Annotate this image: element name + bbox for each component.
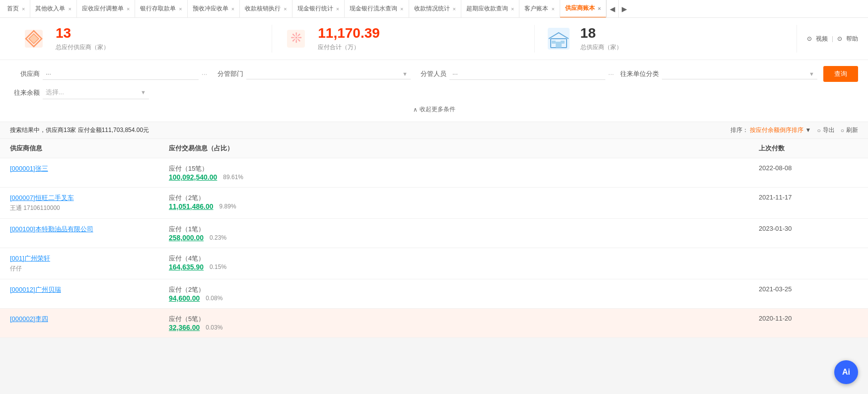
trans-label-6: 应付（5笔） bbox=[169, 315, 205, 324]
supplier-link-2[interactable]: [000007]恒旺二手叉车 bbox=[10, 194, 169, 202]
snowflake-icon: ❊ bbox=[282, 25, 310, 53]
table-row[interactable]: [000007]恒旺二手叉车 王通 17106110000 应付（2笔） 11,… bbox=[0, 188, 868, 219]
nav-tab-collection-stat-close[interactable]: × bbox=[453, 6, 456, 12]
nav-tab-overdue-ar[interactable]: 超期应收款查询 × bbox=[461, 0, 519, 18]
trans-label-5: 应付（2笔） bbox=[169, 285, 205, 294]
transaction-col-4: 应付（4笔） 164,635.90 0.15% bbox=[169, 254, 759, 271]
nav-tab-other-income[interactable]: 其他收入单 × bbox=[30, 0, 76, 18]
supplier-col-3: [000100]本特勤油品有限公司 bbox=[10, 225, 169, 234]
supplier-filter-dots[interactable]: ··· bbox=[202, 70, 208, 78]
nav-tab-customer-ledger[interactable]: 客户账本 × bbox=[519, 0, 560, 18]
trans-pct-4: 0.15% bbox=[210, 263, 226, 270]
search-button[interactable]: 查询 bbox=[823, 66, 858, 82]
nav-tab-customer-ledger-close[interactable]: × bbox=[551, 6, 554, 12]
supplier-link-1[interactable]: [000001]张三 bbox=[10, 164, 169, 173]
trans-amount-line-2: 11,051,486.00 9.89% bbox=[169, 202, 759, 210]
result-info-text: 搜索结果中，供应商13家 应付金额111,703,854.00元 bbox=[10, 127, 149, 133]
nav-tab-bank-deposit-close[interactable]: × bbox=[179, 6, 182, 12]
nav-tab-cash-bank-stat-close[interactable]: × bbox=[336, 6, 339, 12]
collapse-button[interactable]: ∧ 收起更多条件 bbox=[407, 103, 461, 116]
lastpay-date-1: 2022-08-08 bbox=[759, 164, 792, 172]
nav-tab-prepay-ar[interactable]: 预收冲应收单 × bbox=[188, 0, 240, 18]
nav-tab-cash-bank-flow-close[interactable]: × bbox=[400, 6, 403, 12]
category-filter-select[interactable]: ▼ bbox=[662, 69, 818, 79]
table-row[interactable]: [001]广州荣轩 仔仔 应付（4笔） 164,635.90 0.15% bbox=[0, 248, 868, 279]
nav-tab-collection-verify[interactable]: 收款核销执行 × bbox=[240, 0, 292, 18]
nav-tab-collection-stat[interactable]: 收款情况统计 × bbox=[409, 0, 461, 18]
trans-amount-2[interactable]: 11,051,486.00 bbox=[169, 202, 214, 210]
filter-area: 供应商 ··· 分管部门 ▼ 分管人员 ··· 往来单位分类 ▼ 查询 bbox=[0, 60, 868, 122]
lastpay-date-6: 2020-11-20 bbox=[759, 315, 792, 322]
table-row[interactable]: [000002]李四 应付（5笔） 32,366.00 0.03% 2020-1… bbox=[0, 309, 868, 338]
nav-tab-overdue-ar-close[interactable]: × bbox=[511, 6, 514, 12]
nav-prev-arrow[interactable]: ◀ bbox=[606, 0, 618, 18]
supplier-col-6: [000002]李四 bbox=[10, 315, 169, 324]
nav-tab-home[interactable]: 首页 × bbox=[2, 0, 30, 18]
nav-next-arrow[interactable]: ▶ bbox=[618, 0, 630, 18]
dept-filter-select[interactable]: ▼ bbox=[246, 69, 411, 79]
nav-tab-ar-ap-adjust[interactable]: 应收应付调整单 × bbox=[77, 0, 135, 18]
trans-pct-2: 9.89% bbox=[219, 203, 236, 210]
supplier-sub-4: 仔仔 bbox=[10, 264, 169, 273]
nav-tab-bank-deposit-label: 银行存取款单 bbox=[140, 4, 176, 13]
trans-label-4: 应付（4笔） bbox=[169, 254, 205, 263]
svg-rect-9 bbox=[561, 41, 565, 44]
nav-tab-cash-bank-flow[interactable]: 现金银行流水查询 × bbox=[345, 0, 409, 18]
nav-tab-supplier-ledger-close[interactable]: × bbox=[598, 5, 601, 11]
supplier-link-4[interactable]: [001]广州荣轩 bbox=[10, 254, 169, 263]
export-button[interactable]: ○ 导出 bbox=[817, 126, 835, 134]
summary-payable-amount: ❊ 11,170.39 应付合计（万） bbox=[272, 25, 534, 53]
trans-amount-6[interactable]: 32,366.00 bbox=[169, 324, 200, 331]
summary-payable-amount-text: 11,170.39 应付合计（万） bbox=[318, 26, 380, 52]
balance-select-arrow: ▼ bbox=[141, 89, 146, 95]
trans-line-4: 应付（4笔） bbox=[169, 254, 759, 263]
nav-tab-ar-ap-adjust-close[interactable]: × bbox=[127, 6, 130, 12]
payable-amount-number: 11,170.39 bbox=[318, 26, 380, 41]
nav-tab-customer-ledger-label: 客户账本 bbox=[524, 4, 548, 13]
sort-arrow[interactable]: ▼ bbox=[805, 127, 811, 133]
circle-icon-2: ⊙ bbox=[837, 35, 842, 42]
trans-amount-1[interactable]: 100,092,540.00 bbox=[169, 173, 217, 181]
supplier-link-3[interactable]: [000100]本特勤油品有限公司 bbox=[10, 225, 169, 234]
balance-filter-select[interactable]: 选择... ▼ bbox=[43, 86, 149, 99]
payable-amount-label: 应付合计（万） bbox=[318, 43, 380, 52]
collapse-icon: ∧ bbox=[413, 106, 418, 113]
nav-tab-cash-bank-stat[interactable]: 现金银行统计 × bbox=[292, 0, 345, 18]
balance-select-text: 选择... bbox=[46, 88, 141, 97]
filter-row-2: 往来余额 选择... ▼ bbox=[10, 86, 858, 99]
filter-person: 分管人员 ··· bbox=[417, 68, 614, 80]
store-icon bbox=[545, 25, 573, 53]
sort-value[interactable]: 按应付余额倒序排序 bbox=[750, 127, 803, 133]
trans-amount-line-5: 94,600.00 0.08% bbox=[169, 294, 759, 302]
nav-tab-supplier-ledger[interactable]: 供应商账本 × bbox=[560, 0, 606, 18]
supplier-col-4: [001]广州荣轩 仔仔 bbox=[10, 254, 169, 273]
nav-tab-prepay-ar-close[interactable]: × bbox=[231, 6, 234, 12]
trans-pct-6: 0.03% bbox=[206, 324, 222, 331]
person-filter-input[interactable] bbox=[449, 68, 605, 80]
nav-tab-other-income-close[interactable]: × bbox=[68, 6, 71, 12]
help-link[interactable]: 帮助 bbox=[846, 35, 858, 43]
trans-amount-4[interactable]: 164,635.90 bbox=[169, 263, 204, 271]
refresh-button[interactable]: ○ 刷新 bbox=[841, 126, 858, 134]
transaction-col-6: 应付（5笔） 32,366.00 0.03% bbox=[169, 315, 759, 331]
trans-amount-3[interactable]: 258,000.00 bbox=[169, 234, 204, 242]
table-row[interactable]: [000100]本特勤油品有限公司 应付（1笔） 258,000.00 0.23… bbox=[0, 219, 868, 248]
supplier-link-5[interactable]: [000012]广州贝瑞 bbox=[10, 285, 169, 294]
table-row[interactable]: [000001]张三 应付（15笔） 100,092,540.00 89.61%… bbox=[0, 158, 868, 188]
trans-amount-5[interactable]: 94,600.00 bbox=[169, 294, 200, 302]
trans-amount-line-3: 258,000.00 0.23% bbox=[169, 234, 759, 242]
supplier-filter-input[interactable] bbox=[43, 68, 199, 80]
lastpay-date-3: 2023-01-30 bbox=[759, 225, 792, 232]
nav-tab-collection-verify-close[interactable]: × bbox=[284, 6, 287, 12]
person-filter-dots[interactable]: ··· bbox=[608, 70, 614, 78]
nav-tab-home-close[interactable]: × bbox=[22, 6, 25, 12]
header-transaction: 应付交易信息（占比） bbox=[169, 144, 759, 153]
lastpay-col-5: 2021-03-25 bbox=[759, 285, 858, 293]
supplier-link-6[interactable]: [000002]李四 bbox=[10, 315, 169, 324]
lastpay-col-1: 2022-08-08 bbox=[759, 164, 858, 172]
trans-line-3: 应付（1笔） bbox=[169, 225, 759, 234]
video-link[interactable]: 视频 bbox=[816, 35, 828, 43]
nav-tab-bank-deposit[interactable]: 银行存取款单 × bbox=[135, 0, 187, 18]
table-row[interactable]: [000012]广州贝瑞 应付（2笔） 94,600.00 0.08% 2021… bbox=[0, 279, 868, 309]
summary-right-links: ⊙ 视频 | ⊙ 帮助 bbox=[797, 35, 858, 43]
